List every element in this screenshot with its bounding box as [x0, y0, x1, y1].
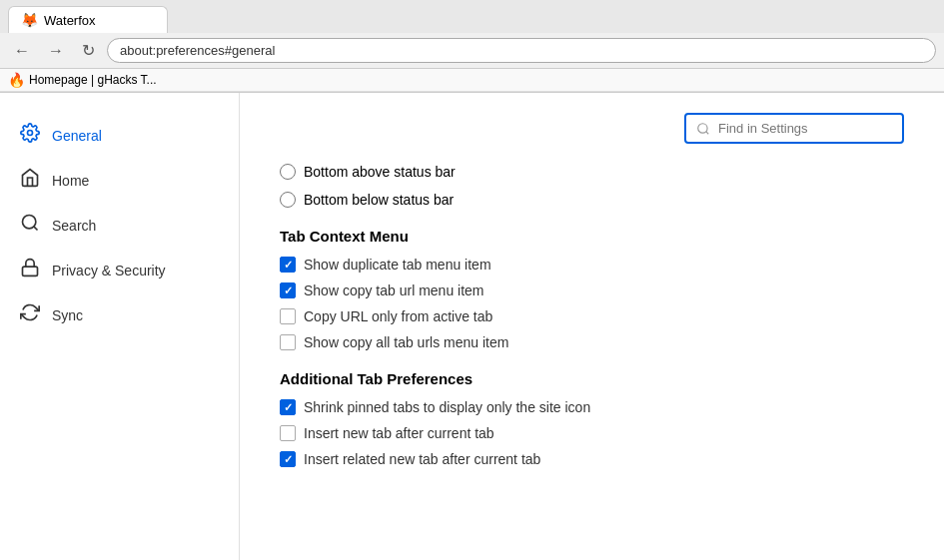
checkbox-show-duplicate[interactable]: Show duplicate tab menu item: [280, 257, 904, 273]
checkbox-insert-related[interactable]: Insert related new tab after current tab: [280, 451, 904, 467]
sidebar-item-label-home: Home: [52, 173, 89, 189]
radio-bottom-below-label: Bottom below status bar: [304, 192, 454, 208]
main-layout: General Home Search: [0, 93, 944, 560]
additional-tab-preferences-heading: Additional Tab Preferences: [280, 370, 904, 387]
gear-icon: [20, 123, 40, 148]
content-area: Bottom above status bar Bottom below sta…: [240, 93, 944, 560]
checkbox-copy-url-active-label: Copy URL only from active tab: [304, 308, 492, 324]
back-button[interactable]: ←: [8, 38, 36, 64]
refresh-button[interactable]: ↻: [76, 37, 101, 64]
svg-point-1: [23, 216, 36, 229]
checkbox-shrink-pinned[interactable]: Shrink pinned tabs to display only the s…: [280, 399, 904, 415]
browser-chrome: 🦊 Waterfox ← → ↻ 🔥 Homepage | gHacks T..…: [0, 0, 944, 93]
tab-context-menu-section: Tab Context Menu Show duplicate tab menu…: [280, 228, 904, 350]
tab-bar: 🦊 Waterfox: [0, 0, 944, 33]
bookmark-bar: 🔥 Homepage | gHacks T...: [0, 69, 944, 92]
checkbox-show-duplicate-label: Show duplicate tab menu item: [304, 257, 491, 273]
svg-line-2: [34, 227, 38, 231]
checkbox-insert-related-label: Insert related new tab after current tab: [304, 451, 540, 467]
toolbar-position-section: Bottom above status bar Bottom below sta…: [280, 164, 904, 208]
sidebar-item-search[interactable]: Search: [0, 203, 239, 248]
forward-button[interactable]: →: [42, 38, 70, 64]
checkbox-copy-url-active[interactable]: Copy URL only from active tab: [280, 308, 904, 324]
checkbox-insert-new-tab[interactable]: Insert new tab after current tab: [280, 425, 904, 441]
url-bar[interactable]: [107, 38, 936, 63]
additional-tab-preferences-section: Additional Tab Preferences Shrink pinned…: [280, 370, 904, 467]
bookmark-favicon: 🔥: [8, 72, 25, 88]
search-icon: [20, 213, 40, 238]
checkbox-show-copy-all-input[interactable]: [280, 334, 296, 350]
sidebar-item-privacy[interactable]: Privacy & Security: [0, 248, 239, 292]
checkbox-copy-url-active-input[interactable]: [280, 308, 296, 324]
sidebar-item-general[interactable]: General: [0, 113, 239, 158]
checkbox-insert-related-input[interactable]: [280, 451, 296, 467]
find-settings-input[interactable]: [684, 113, 904, 144]
checkbox-insert-new-tab-label: Insert new tab after current tab: [304, 425, 494, 441]
radio-bottom-below-input[interactable]: [280, 192, 296, 208]
home-icon: [20, 168, 40, 193]
nav-bar: ← → ↻: [0, 33, 944, 69]
radio-bottom-above-input[interactable]: [280, 164, 296, 180]
lock-icon: [20, 258, 40, 282]
radio-bottom-above-label: Bottom above status bar: [304, 164, 456, 180]
svg-point-0: [28, 131, 33, 136]
checkbox-show-duplicate-input[interactable]: [280, 257, 296, 273]
sync-icon: [20, 302, 40, 327]
sidebar-item-label-sync: Sync: [52, 307, 83, 323]
sidebar: General Home Search: [0, 93, 240, 560]
tab-label: Waterfox: [44, 13, 96, 28]
tab-favicon: 🦊: [21, 12, 38, 28]
checkbox-shrink-pinned-label: Shrink pinned tabs to display only the s…: [304, 399, 590, 415]
svg-rect-3: [23, 267, 38, 276]
sidebar-item-home[interactable]: Home: [0, 158, 239, 203]
checkbox-insert-new-tab-input[interactable]: [280, 425, 296, 441]
checkbox-shrink-pinned-input[interactable]: [280, 399, 296, 415]
checkbox-show-copy-all-label: Show copy all tab urls menu item: [304, 334, 508, 350]
sidebar-item-sync[interactable]: Sync: [0, 292, 239, 337]
find-settings-container: [280, 113, 904, 144]
tab-context-menu-heading: Tab Context Menu: [280, 228, 904, 245]
checkbox-show-copy-url-label: Show copy tab url menu item: [304, 282, 484, 298]
checkbox-show-copy-all[interactable]: Show copy all tab urls menu item: [280, 334, 904, 350]
radio-bottom-above[interactable]: Bottom above status bar: [280, 164, 904, 180]
browser-tab[interactable]: 🦊 Waterfox: [8, 6, 168, 33]
bookmark-label: Homepage | gHacks T...: [29, 73, 157, 87]
radio-bottom-below[interactable]: Bottom below status bar: [280, 192, 904, 208]
sidebar-item-label-privacy: Privacy & Security: [52, 263, 166, 279]
checkbox-show-copy-url[interactable]: Show copy tab url menu item: [280, 282, 904, 298]
checkbox-show-copy-url-input[interactable]: [280, 282, 296, 298]
sidebar-item-label-general: General: [52, 128, 102, 144]
sidebar-item-label-search: Search: [52, 218, 96, 234]
